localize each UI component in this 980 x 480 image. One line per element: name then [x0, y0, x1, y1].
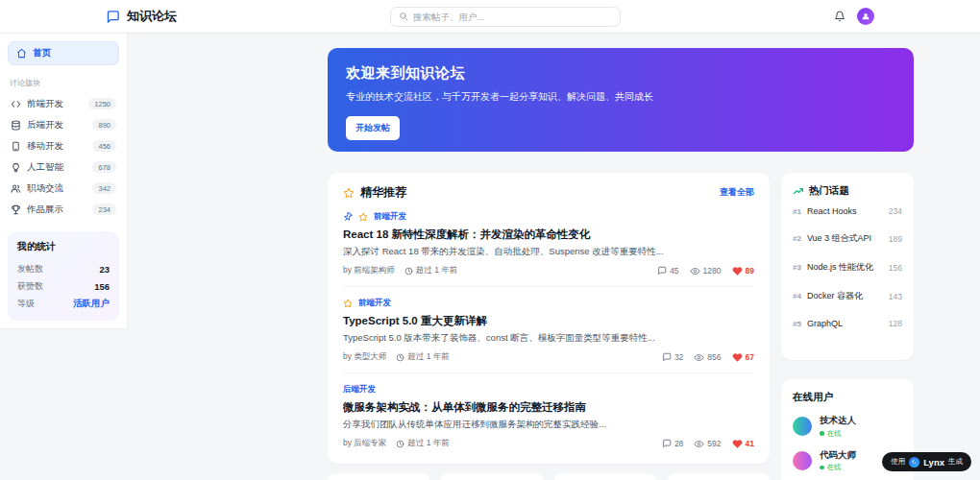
topic-name: Node.js 性能优化 — [807, 261, 883, 274]
hot-topic-item[interactable]: #3 Node.js 性能优化 156 — [793, 252, 902, 281]
eye-icon — [694, 352, 704, 363]
post-author[interactable]: by 后端专家 — [343, 438, 386, 449]
post-item[interactable]: 前端开发 React 18 新特性深度解析：并发渲染的革命性变化 深入探讨 Re… — [343, 201, 754, 286]
start-post-button[interactable]: 开始发帖 — [346, 116, 400, 140]
stat-value: 活跃用户 — [73, 298, 110, 310]
view-count: 592 — [707, 439, 721, 448]
stat-row: 获赞数 156 — [17, 277, 110, 295]
star-icon — [358, 212, 368, 222]
sidebar-category-item[interactable]: 前端开发 1250 — [8, 93, 119, 114]
comment-icon — [662, 352, 672, 362]
topic-rank: #3 — [793, 263, 801, 272]
comment-count: 45 — [670, 266, 678, 276]
hot-topics-card: 热门话题 #1 React Hooks 234 #2 Vue 3 组合式API … — [781, 173, 914, 360]
topic-count: 234 — [889, 206, 902, 216]
sidebar-category-item[interactable]: 作品展示 234 — [8, 199, 119, 220]
category-count-badge: 890 — [92, 119, 116, 131]
comment-count: 32 — [674, 352, 683, 362]
search-box[interactable] — [390, 7, 621, 27]
code-icon — [11, 99, 21, 109]
mobile-icon — [11, 141, 21, 152]
sidebar-category-item[interactable]: 后端开发 890 — [8, 114, 119, 135]
users-icon — [11, 183, 21, 194]
online-status-dot — [820, 466, 824, 470]
clock-icon — [396, 440, 404, 448]
lynx-generator-badge[interactable]: 使用 Lynx 生成 — [882, 452, 971, 471]
post-author[interactable]: by 类型大师 — [343, 351, 386, 363]
heart-icon — [732, 439, 743, 449]
online-status-text: 在线 — [827, 463, 842, 472]
post-author[interactable]: by 前端架构师 — [343, 265, 395, 276]
hot-topic-item[interactable]: #4 Docker 容器化 143 — [793, 281, 902, 310]
post-excerpt: 分享我们团队从传统单体应用迁移到微服务架构的完整实践经验... — [343, 419, 754, 431]
top-header: 知识论坛 — [0, 0, 980, 34]
post-tag[interactable]: 后端开发 — [343, 384, 376, 396]
badge-suffix: 生成 — [948, 457, 963, 467]
notification-bell-icon[interactable] — [834, 11, 845, 22]
sidebar-category-item[interactable]: 移动开发 456 — [8, 135, 119, 156]
heart-icon — [732, 266, 743, 276]
brand[interactable]: 知识论坛 — [106, 8, 177, 25]
post-title[interactable]: React 18 新特性深度解析：并发渲染的革命性变化 — [343, 228, 754, 242]
sidebar-section-label: 讨论版块 — [10, 78, 117, 88]
lightbulb-icon — [11, 162, 21, 173]
category-label: 前端开发 — [27, 98, 83, 110]
trending-up-icon — [793, 185, 804, 197]
trophy-icon — [11, 204, 21, 215]
online-user-item[interactable]: 技术达人 在线 — [793, 415, 902, 439]
category-label: 移动开发 — [27, 140, 86, 153]
like-button[interactable]: 41 — [732, 439, 754, 449]
hero-subtitle: 专业的技术交流社区，与千万开发者一起分享知识、解决问题、共同成长 — [346, 90, 895, 104]
like-button[interactable]: 67 — [732, 352, 754, 363]
post-item[interactable]: 前端开发 TypeScript 5.0 重大更新详解 TypeScript 5.… — [343, 286, 754, 372]
lynx-logo-icon — [909, 457, 919, 468]
partial-card — [328, 473, 429, 480]
clock-icon — [396, 353, 404, 362]
sidebar-category-item[interactable]: 人工智能 678 — [8, 156, 119, 178]
online-user-name: 代码大师 — [820, 449, 856, 462]
hot-topic-item[interactable]: #1 React Hooks 234 — [793, 198, 902, 224]
user-avatar — [793, 451, 812, 470]
my-stats-card: 我的统计 发帖数 23 获赞数 156 等级 活跃用户 — [8, 231, 119, 321]
category-count-badge: 456 — [92, 140, 116, 152]
like-count: 67 — [746, 352, 754, 362]
category-label: 后端开发 — [27, 119, 86, 132]
star-icon — [343, 299, 353, 308]
bottom-card-row — [328, 473, 770, 480]
topic-name: Vue 3 组合式API — [807, 232, 883, 245]
post-item[interactable]: 后端开发 微服务架构实战：从单体到微服务的完整迁移指南 分享我们团队从传统单体应… — [343, 372, 754, 459]
online-user-name: 技术达人 — [820, 415, 856, 427]
featured-posts-card: 精华推荐 查看全部 前端开发 React 18 新特性深度解析：并发渲染的革命性… — [328, 173, 770, 464]
user-avatar[interactable] — [857, 8, 874, 25]
home-icon — [16, 48, 27, 59]
post-title[interactable]: 微服务架构实战：从单体到微服务的完整迁移指南 — [343, 400, 754, 415]
view-all-link[interactable]: 查看全部 — [720, 186, 754, 199]
view-count: 856 — [707, 352, 721, 362]
search-input[interactable] — [413, 12, 612, 22]
clock-icon — [404, 267, 413, 276]
topic-rank: #4 — [793, 292, 801, 300]
stat-value: 23 — [99, 264, 110, 275]
post-tag[interactable]: 前端开发 — [358, 298, 391, 309]
sidebar-category-item[interactable]: 职场交流 342 — [8, 178, 119, 199]
like-button[interactable]: 89 — [732, 266, 754, 276]
topic-name: React Hooks — [807, 206, 883, 216]
like-count: 41 — [746, 439, 754, 448]
post-tag[interactable]: 前端开发 — [374, 211, 406, 223]
post-excerpt: 深入探讨 React 18 带来的并发渲染、自动批处理、Suspense 改进等… — [343, 246, 754, 258]
left-sidebar: 首页 讨论版块 前端开发 1250 — [0, 34, 128, 329]
badge-brand: Lynx — [923, 457, 944, 468]
category-count-badge: 342 — [92, 182, 116, 194]
stat-label: 获赞数 — [17, 280, 43, 293]
sidebar-category-list: 前端开发 1250 后端开发 890 — [8, 93, 119, 220]
hot-topic-item[interactable]: #2 Vue 3 组合式API 189 — [793, 224, 902, 252]
hot-topic-item[interactable]: #5 GraphQL 128 — [793, 310, 902, 336]
view-count: 1280 — [703, 266, 722, 276]
online-users-title: 在线用户 — [793, 391, 902, 404]
chat-bubble-logo-icon — [106, 10, 120, 24]
category-count-badge: 1250 — [88, 98, 116, 109]
online-status-text: 在线 — [827, 429, 842, 439]
topic-rank: #1 — [793, 207, 801, 216]
post-title[interactable]: TypeScript 5.0 重大更新详解 — [343, 314, 754, 328]
sidebar-item-home[interactable]: 首页 — [8, 41, 119, 65]
